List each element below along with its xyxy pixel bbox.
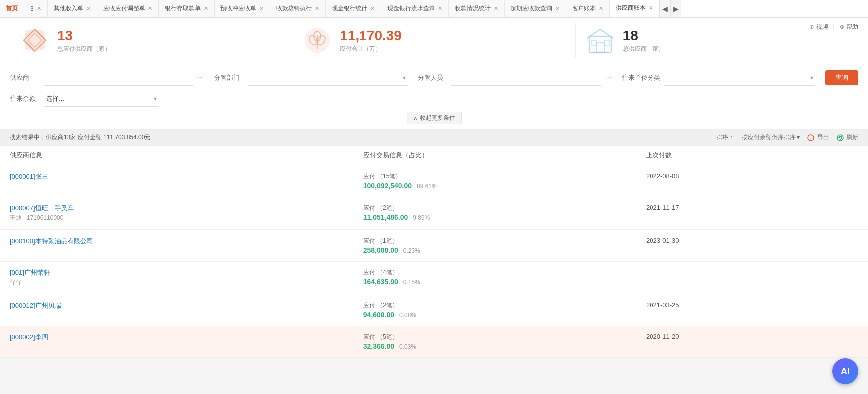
tab-overdue-query[interactable]: 超期应收款查询 ✕	[505, 0, 566, 17]
tab-prepay-close[interactable]: ✕	[259, 5, 264, 12]
last-payment-date: 2022-08-08	[646, 171, 679, 180]
payable-suppliers-number: 13	[57, 27, 111, 44]
supplier-info-cell: [000100]本特勤油品有限公司	[10, 237, 363, 246]
tab-overdue-query-close[interactable]: ✕	[555, 5, 560, 12]
summary-bar: 13 总应付供应商（家） 11,170.39 应付合计（万）	[0, 18, 868, 63]
tab-supplier-ledger-close[interactable]: ✕	[649, 5, 653, 11]
supplier-input[interactable]	[44, 70, 193, 86]
table-row[interactable]: [000100]本特勤油品有限公司 应付 （1笔） 258,000.00 0.2…	[0, 230, 868, 262]
filter-row-2: 往来余额 ▾	[10, 91, 159, 107]
tab-cash-bank-flow-close[interactable]: ✕	[438, 5, 442, 12]
tab-cash-bank-stat[interactable]: 现金银行统计 ✕	[326, 0, 381, 17]
transaction-amount: 11,051,486.00	[363, 213, 408, 221]
payable-suppliers-label: 总应付供应商（家）	[57, 45, 111, 53]
collapse-button[interactable]: ∧ 收起更多条件	[407, 112, 462, 124]
table-row[interactable]: [000001]张三 应付 （15笔） 100,092,540.00 89.61…	[0, 165, 868, 197]
transaction-pct: 0.23%	[403, 247, 420, 254]
dept-chevron-icon[interactable]: ▾	[403, 74, 406, 81]
dept-select[interactable]	[250, 74, 403, 81]
tab-collection-exec-label: 收款核销执行	[276, 4, 312, 13]
balance-label: 往来余额	[10, 94, 40, 103]
total-suppliers-label: 总供应商（家）	[623, 45, 664, 53]
tab-3-close[interactable]: ✕	[37, 5, 41, 12]
tab-collection-exec[interactable]: 收款核销执行 ✕	[270, 0, 326, 17]
tab-collection-stat[interactable]: 收款情况统计 ✕	[449, 0, 505, 17]
transaction-pct: 0.15%	[403, 279, 420, 286]
balance-select-wrapper: ▾	[44, 91, 159, 107]
filter-dept: 分管部门 ▾	[214, 70, 408, 86]
unit-category-select[interactable]	[666, 74, 811, 81]
tab-ap-adjust[interactable]: 应收应付调整单 ✕	[97, 0, 159, 17]
divider: |	[833, 23, 835, 31]
export-btn[interactable]: ↓ 导出	[807, 133, 829, 142]
filter-person: 分管人员 ···	[418, 70, 612, 86]
refresh-btn[interactable]: 刷新	[837, 133, 858, 142]
tab-customer-ledger-label: 客户账本	[572, 4, 596, 13]
tab-nav-next[interactable]: ▶	[670, 0, 681, 17]
supplier-link[interactable]: [000012]广州贝瑞	[10, 302, 61, 309]
filter-supplier: 供应商 ···	[10, 70, 204, 86]
tab-supplier-ledger[interactable]: 供应商账本 ✕	[610, 0, 659, 17]
balance-chevron-icon[interactable]: ▾	[154, 95, 157, 102]
table-header: 供应商信息 应付交易信息（占比） 上次付数	[0, 146, 868, 165]
supplier-dots-btn[interactable]: ···	[197, 73, 204, 82]
tab-cash-bank-flow-label: 现金银行流水查询	[387, 4, 435, 13]
supplier-link[interactable]: [001]广州荣轩	[10, 269, 50, 276]
table-row[interactable]: [000007]恒旺二手叉车 王通 17106110000 应付 （2笔） 11…	[0, 197, 868, 230]
balance-select[interactable]	[46, 95, 154, 102]
tab-3[interactable]: 3 ✕	[24, 0, 48, 17]
transaction-count: 应付 （2笔）	[363, 301, 646, 310]
result-bar: 搜索结果中，供应商13家 应付金额 111,703,854.00元 排序： 按应…	[0, 130, 868, 146]
tab-other-income[interactable]: 其他收入单 ✕	[48, 0, 97, 17]
total-suppliers-number: 18	[623, 27, 664, 44]
video-link[interactable]: ⊙ 视频	[809, 23, 828, 31]
tab-nav-prev[interactable]: ◀	[659, 0, 670, 17]
tab-bank-deposit[interactable]: 银行存取款单 ✕	[159, 0, 215, 17]
supplier-name: [000002]李四	[10, 333, 363, 342]
transaction-amount: 164,635.90	[363, 278, 398, 286]
tab-other-income-close[interactable]: ✕	[86, 5, 91, 12]
query-button[interactable]: 查询	[825, 70, 858, 85]
supplier-link[interactable]: [000007]恒旺二手叉车	[10, 204, 74, 212]
tab-other-income-label: 其他收入单	[54, 4, 83, 13]
transaction-count: 应付 （2笔）	[363, 204, 646, 212]
tab-collection-stat-close[interactable]: ✕	[494, 5, 498, 12]
supplier-contact: 王通 17106110000	[10, 214, 363, 222]
tab-ap-adjust-close[interactable]: ✕	[148, 5, 152, 12]
tab-cash-bank-stat-close[interactable]: ✕	[370, 5, 375, 12]
person-input[interactable]	[451, 70, 601, 86]
tab-collection-exec-close[interactable]: ✕	[315, 5, 319, 12]
table-row[interactable]: [000012]广州贝瑞 应付 （2笔） 94,600.00 0.08% 202…	[0, 294, 868, 326]
tab-ap-adjust-label: 应收应付调整单	[103, 4, 145, 13]
supplier-link[interactable]: [000100]本特勤油品有限公司	[10, 237, 93, 245]
supplier-info-cell: [000001]张三	[10, 172, 363, 181]
tab-customer-ledger[interactable]: 客户账本 ✕	[566, 0, 610, 17]
person-dots-btn[interactable]: ···	[605, 73, 611, 82]
tab-cash-bank-flow[interactable]: 现金银行流水查询 ✕	[381, 0, 449, 17]
last-payment-cell: 2020-11-20	[646, 333, 858, 340]
unit-category-chevron-icon[interactable]: ▾	[810, 74, 813, 81]
tab-bank-deposit-close[interactable]: ✕	[204, 5, 208, 12]
transaction-info-cell: 应付 （15笔） 100,092,540.00 89.61%	[363, 172, 646, 190]
summary-info-total-payable: 11,170.39 应付合计（万）	[340, 27, 402, 54]
supplier-link[interactable]: [000001]张三	[10, 173, 48, 180]
transaction-row: 100,092,540.00 89.61%	[363, 182, 646, 190]
supplier-name: [000001]张三	[10, 172, 363, 181]
table-row[interactable]: [001]广州荣轩 仔仔 应付 （4笔） 164,635.90 0.15%	[0, 262, 868, 294]
main-table: 供应商信息 应付交易信息（占比） 上次付数 [000001]张三 应付 （15笔…	[0, 146, 868, 358]
tab-bar: 首页 3 ✕ 其他收入单 ✕ 应收应付调整单 ✕ 银行存取款单 ✕ 预收冲应收单…	[0, 0, 868, 18]
tab-customer-ledger-close[interactable]: ✕	[599, 5, 603, 12]
collapse-label: 收起更多条件	[420, 114, 455, 122]
transaction-count: 应付 （15笔）	[363, 172, 646, 181]
transaction-pct: 9.89%	[413, 214, 430, 221]
summary-info-payable-suppliers: 13 总应付供应商（家）	[57, 27, 111, 54]
transaction-amount: 94,600.00	[363, 311, 394, 319]
help-link[interactable]: ⊙ 帮助	[840, 23, 858, 31]
tab-prepay[interactable]: 预收冲应收单 ✕	[215, 0, 270, 17]
tab-home[interactable]: 首页	[0, 0, 24, 17]
transaction-row: 164,635.90 0.15%	[363, 278, 646, 286]
table-row[interactable]: [000002]李四 应付 （5笔） 32,366.00 0.03% 2020-…	[0, 326, 868, 358]
sort-select[interactable]: 按应付余额倒序排序 ▾	[742, 133, 800, 142]
supplier-link[interactable]: [000002]李四	[10, 333, 48, 341]
last-payment-date: 2023-01-30	[646, 236, 679, 244]
